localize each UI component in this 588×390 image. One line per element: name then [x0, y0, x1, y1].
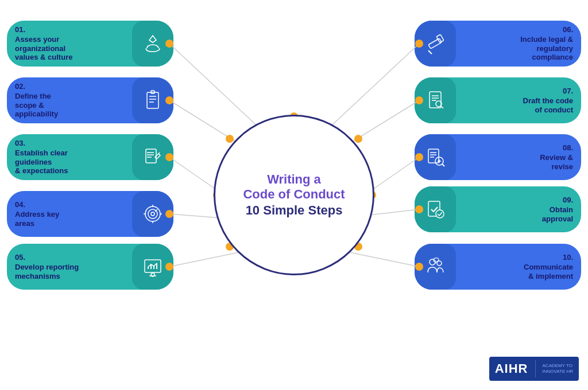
svg-point-10 [165, 40, 173, 48]
main-container: Writing a Code of Conduct 10 Simple Step… [0, 0, 588, 390]
svg-point-15 [415, 40, 423, 48]
svg-point-14 [165, 263, 173, 271]
center-circle: Writing a Code of Conduct 10 Simple Step… [214, 115, 374, 275]
svg-point-11 [165, 96, 173, 104]
svg-point-18 [415, 205, 423, 213]
center-line2: Code of Conduct [243, 187, 345, 202]
svg-point-12 [165, 153, 173, 161]
center-line3: 10 Simple Steps [246, 203, 343, 218]
svg-point-13 [165, 210, 173, 218]
svg-point-22 [354, 135, 362, 143]
svg-point-16 [415, 96, 423, 104]
svg-point-17 [415, 153, 423, 161]
svg-point-20 [226, 135, 234, 143]
center-line1: Writing a [267, 172, 321, 187]
svg-point-19 [415, 263, 423, 271]
